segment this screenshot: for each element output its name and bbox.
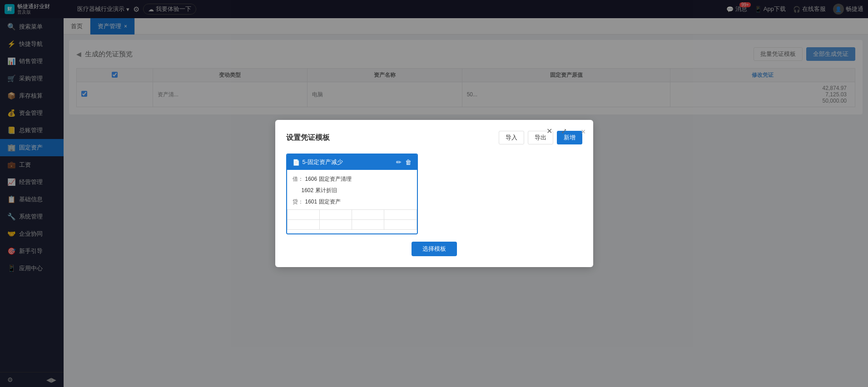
content-area: 首页 资产管理 × ◀ 生成的凭证预览 批量凭证模板 全部生成凭证 xyxy=(64,18,868,387)
modal-minimize-button[interactable]: ✕ xyxy=(543,124,556,137)
template-edit-icon[interactable]: ✏ xyxy=(396,159,402,166)
template-card-body: 借： 1606 固定资产清理 1602 累计折旧 贷： 1601 固定资产 xyxy=(287,170,417,233)
entry-direction-credit: 贷： xyxy=(293,198,303,206)
entry-code-1602: 1602 累计折旧 xyxy=(302,187,337,194)
modal-close-button[interactable]: × xyxy=(581,127,586,137)
entry-code-1606: 1606 固定资产清理 xyxy=(305,175,352,183)
modal-maximize-button[interactable]: ⤢ xyxy=(558,124,570,137)
entry-direction-borrow: 借： xyxy=(293,175,303,183)
template-delete-icon[interactable]: 🗑 xyxy=(405,159,412,166)
select-template-button[interactable]: 选择模板 xyxy=(412,242,457,256)
grid-row-2 xyxy=(287,220,417,230)
grid-row-1 xyxy=(287,210,417,220)
template-card: 📄 5-固定资产减少 ✏ 🗑 借： 1606 固定资产清理 xyxy=(286,154,418,234)
template-card-header: 📄 5-固定资产减少 ✏ 🗑 xyxy=(287,154,417,170)
template-grid xyxy=(287,209,417,230)
entry-1602: 1602 累计折旧 xyxy=(287,185,417,196)
entry-1601: 贷： 1601 固定资产 xyxy=(287,196,417,208)
main-layout: 🔍 搜索菜单 ⚡ 快捷导航 📊 销售管理 🛒 采购管理 📦 库存核算 💰 资金管… xyxy=(0,18,868,387)
modal-dialog: × ✕ ⤢ 设置凭证模板 导入 导出 新增 xyxy=(275,120,593,267)
template-title: 5-固定资产减少 xyxy=(303,158,343,166)
modal-header: 设置凭证模板 导入 导出 新增 xyxy=(286,131,582,144)
template-card-title-area: 📄 5-固定资产减少 xyxy=(293,158,343,166)
modal-title: 设置凭证模板 xyxy=(286,133,330,143)
modal-overlay: × ✕ ⤢ 设置凭证模板 导入 导出 新增 xyxy=(64,18,868,387)
entry-1606: 借： 1606 固定资产清理 xyxy=(287,174,417,185)
entry-code-1601: 1601 固定资产 xyxy=(305,198,341,206)
template-card-action-icons: ✏ 🗑 xyxy=(396,159,412,166)
import-button[interactable]: 导入 xyxy=(499,131,524,144)
template-doc-icon: 📄 xyxy=(293,159,300,166)
